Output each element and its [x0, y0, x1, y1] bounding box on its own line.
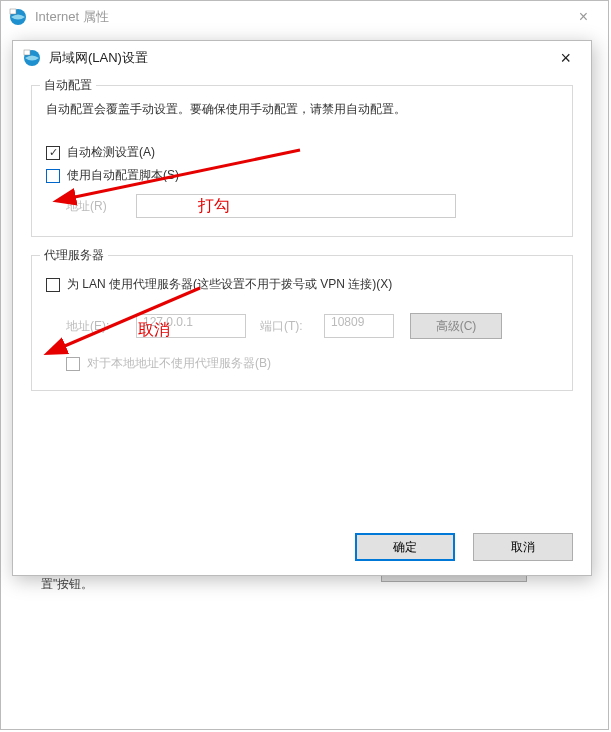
checkmark-icon: ✓	[49, 147, 58, 158]
proxy-legend: 代理服务器	[40, 247, 108, 264]
script-address-row: 地址(R)	[66, 194, 558, 218]
internet-globe-icon	[9, 8, 27, 26]
auto-config-hint: 自动配置会覆盖手动设置。要确保使用手动配置，请禁用自动配置。	[46, 100, 558, 118]
script-address-label: 地址(R)	[66, 198, 136, 215]
bypass-local-label: 对于本地地址不使用代理服务器(B)	[87, 355, 271, 372]
outer-close-icon[interactable]: ×	[567, 8, 600, 26]
proxy-port-label: 端口(T):	[260, 318, 324, 335]
auto-config-group: 自动配置 自动配置会覆盖手动设置。要确保使用手动配置，请禁用自动配置。 ✓ 自动…	[31, 85, 573, 237]
outer-titlebar: Internet 属性 ×	[1, 1, 608, 33]
bypass-local-row: 对于本地地址不使用代理服务器(B)	[66, 355, 558, 372]
use-proxy-checkbox[interactable]	[46, 278, 60, 292]
auto-script-label: 使用自动配置脚本(S)	[67, 167, 179, 184]
dialog-close-button[interactable]: ×	[550, 48, 581, 69]
lan-settings-dialog: 局域网(LAN)设置 × 自动配置 自动配置会覆盖手动设置。要确保使用手动配置，…	[12, 40, 592, 576]
auto-script-checkbox[interactable]	[46, 169, 60, 183]
dialog-globe-icon	[23, 49, 41, 67]
svg-rect-3	[24, 50, 30, 55]
svg-rect-1	[10, 9, 16, 14]
dialog-titlebar: 局域网(LAN)设置 ×	[13, 41, 591, 75]
proxy-address-row: 地址(E): 127.0.0.1 端口(T): 10809 高级(C)	[66, 313, 558, 339]
dialog-button-row: 确定 取消	[355, 533, 573, 561]
dialog-title: 局域网(LAN)设置	[49, 49, 550, 67]
use-proxy-label: 为 LAN 使用代理服务器(这些设置不用于拨号或 VPN 连接)(X)	[67, 276, 392, 293]
proxy-address-input: 127.0.0.1	[136, 314, 246, 338]
auto-script-row[interactable]: 使用自动配置脚本(S)	[46, 167, 558, 184]
proxy-advanced-button: 高级(C)	[410, 313, 502, 339]
proxy-port-input: 10809	[324, 314, 394, 338]
proxy-group: 代理服务器 为 LAN 使用代理服务器(这些设置不用于拨号或 VPN 连接)(X…	[31, 255, 573, 391]
auto-detect-label: 自动检测设置(A)	[67, 144, 155, 161]
proxy-address-label: 地址(E):	[66, 318, 136, 335]
cancel-button[interactable]: 取消	[473, 533, 573, 561]
use-proxy-row[interactable]: 为 LAN 使用代理服务器(这些设置不用于拨号或 VPN 连接)(X)	[46, 276, 558, 293]
bypass-local-checkbox	[66, 357, 80, 371]
dialog-body: 自动配置 自动配置会覆盖手动设置。要确保使用手动配置，请禁用自动配置。 ✓ 自动…	[13, 75, 591, 575]
ok-button[interactable]: 确定	[355, 533, 455, 561]
outer-window-title: Internet 属性	[35, 8, 567, 26]
auto-config-legend: 自动配置	[40, 77, 96, 94]
script-address-input	[136, 194, 456, 218]
auto-detect-checkbox[interactable]: ✓	[46, 146, 60, 160]
auto-detect-row[interactable]: ✓ 自动检测设置(A)	[46, 144, 558, 161]
